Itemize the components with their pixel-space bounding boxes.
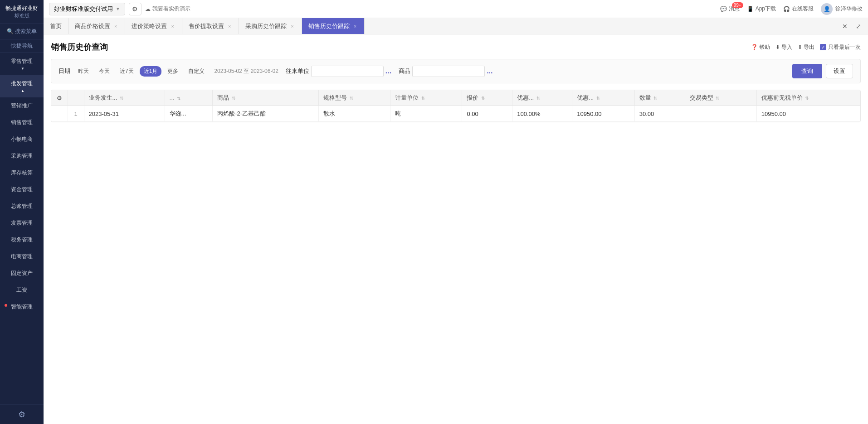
table-body: 1 2023-05-31 华迩... 丙烯酸-2-乙基己酯 散水 吨 0.00 … <box>51 106 860 122</box>
sidebar-item-finance[interactable]: 资金管理 <box>0 181 44 198</box>
settings-filter-button[interactable]: 设置 <box>826 64 853 78</box>
col-discount-amt[interactable]: 优惠... ⇅ <box>572 90 634 106</box>
sort-icon-pre-tax-price: ⇅ <box>805 96 809 101</box>
sort-icon-price: ⇅ <box>481 96 485 101</box>
module-settings-button[interactable]: ⚙ <box>129 3 141 15</box>
sidebar-settings-icon[interactable]: ⚙ <box>0 405 44 424</box>
supplier-filter-label: 往来单位 <box>286 67 309 75</box>
module-selector[interactable]: 好业财标准版交付试用 ▼ <box>49 3 125 15</box>
tab-close-purchase-strategy[interactable]: × <box>170 23 175 29</box>
settings-icon: ⚙ <box>132 5 138 13</box>
sort-icon-spec: ⇅ <box>350 96 353 101</box>
tab-close-price[interactable]: × <box>113 23 118 29</box>
tab-sale-extract[interactable]: 售价提取设置 × <box>182 18 239 34</box>
sidebar-item-sales[interactable]: 销售管理 <box>0 114 44 131</box>
row-col3: 华迩... <box>165 106 213 122</box>
import-button[interactable]: ⬇ 导入 <box>775 43 792 51</box>
app-logo: 畅捷通好业财 标准版 <box>0 0 44 24</box>
filter-actions: 查询 设置 <box>792 64 853 78</box>
tab-close-sale-extract[interactable]: × <box>227 23 232 29</box>
messages-button[interactable]: 💬 消息 99+ <box>720 5 740 13</box>
sidebar-item-tax[interactable]: 税务管理 <box>0 231 44 248</box>
user-name: 徐泽华修改 <box>835 5 863 13</box>
date-filter-label: 日期 <box>59 67 70 75</box>
sidebar-item-fixed-assets[interactable]: 固定资产 <box>0 265 44 282</box>
col-qty[interactable]: 数量 ⇅ <box>634 90 685 106</box>
headset-icon: 🎧 <box>783 6 790 12</box>
sidebar-item-ecommerce[interactable]: 电商管理 <box>0 248 44 265</box>
tab-purchase-strategy[interactable]: 进价策略设置 × <box>125 18 182 34</box>
query-button[interactable]: 查询 <box>792 64 822 78</box>
sidebar-search[interactable]: 🔍 搜索菜单 <box>0 24 44 39</box>
topbar-left: 好业财标准版交付试用 ▼ ⚙ ☁ 我要看实例演示 <box>49 3 190 15</box>
product-input[interactable] <box>412 66 485 77</box>
online-service-button[interactable]: 🎧 在线客服 <box>783 5 814 13</box>
col-col3[interactable]: ... ⇅ <box>165 90 213 106</box>
sidebar-item-invoice[interactable]: 发票管理 <box>0 215 44 231</box>
tab-expand-button[interactable]: ⤢ <box>853 20 864 32</box>
sidebar-item-smart[interactable]: 智能管理 <box>0 299 44 315</box>
col-product[interactable]: 商品 ⇅ <box>213 90 319 106</box>
date-buttons: 昨天 今天 近7天 近1月 更多 自定义 <box>74 66 209 77</box>
supplier-filter-group: 往来单位 ... <box>286 66 391 77</box>
import-icon: ⬇ <box>775 44 780 50</box>
sort-icon-tx-type: ⇅ <box>716 96 719 101</box>
col-date[interactable]: 业务发生... ⇅ <box>84 90 165 106</box>
tab-purchase-history[interactable]: 采购历史价跟踪 × <box>239 18 302 34</box>
date-btn-last7[interactable]: 近7天 <box>116 66 138 77</box>
sidebar-item-payroll[interactable]: 工资 <box>0 282 44 299</box>
page-actions: ❓ 帮助 ⬇ 导入 ⬆ 导出 ✓ 只看最后一次 <box>751 43 861 51</box>
date-btn-last1m[interactable]: 近1月 <box>140 66 162 77</box>
supplier-input[interactable] <box>311 66 384 77</box>
col-pre-tax-price[interactable]: 优惠前无税单价 ⇅ <box>756 90 860 106</box>
table-container: ⚙ 业务发生... ⇅ ... ⇅ 商品 ⇅ <box>51 90 861 122</box>
tab-price[interactable]: 商品价格设置 × <box>68 18 125 34</box>
module-name: 好业财标准版交付试用 <box>54 5 113 13</box>
row-date: 2023-05-31 <box>84 106 165 122</box>
table-row[interactable]: 1 2023-05-31 华迩... 丙烯酸-2-乙基己酯 散水 吨 0.00 … <box>51 106 860 122</box>
sidebar-item-marketing[interactable]: 营销推广 <box>0 97 44 114</box>
filter-bar: 日期 昨天 今天 近7天 近1月 更多 自定义 2023-05-02 至 202… <box>51 59 861 83</box>
tab-close-purchase-history[interactable]: × <box>289 23 295 29</box>
sidebar-item-inventory[interactable]: 库存核算 <box>0 164 44 181</box>
sidebar-item-wholesale[interactable]: 批发管理 <box>0 75 44 97</box>
sidebar-quick-nav[interactable]: 快捷导航 <box>0 39 44 53</box>
sort-icon-date: ⇅ <box>120 96 123 101</box>
supplier-more-button[interactable]: ... <box>385 67 391 75</box>
col-price[interactable]: 报价 ⇅ <box>462 90 512 106</box>
row-gear <box>51 106 68 122</box>
data-table: ⚙ 业务发生... ⇅ ... ⇅ 商品 ⇅ <box>51 90 860 122</box>
search-icon: 🔍 <box>7 28 14 34</box>
export-button[interactable]: ⬆ 导出 <box>798 43 814 51</box>
date-btn-today[interactable]: 今天 <box>95 66 114 77</box>
tab-home[interactable]: 首页 <box>44 18 68 34</box>
page-header: 销售历史价查询 ❓ 帮助 ⬇ 导入 ⬆ 导出 ✓ 只看最后一次 <box>51 42 861 53</box>
date-btn-custom[interactable]: 自定义 <box>184 66 209 77</box>
message-badge: 99+ <box>732 2 743 8</box>
product-more-button[interactable]: ... <box>487 67 493 75</box>
tab-close-sales-history[interactable]: × <box>352 23 358 29</box>
col-tx-type[interactable]: 交易类型 ⇅ <box>685 90 756 106</box>
col-gear[interactable]: ⚙ <box>51 90 68 106</box>
date-btn-more[interactable]: 更多 <box>163 66 182 77</box>
sidebar-item-ecommerce-small[interactable]: 小畅电商 <box>0 131 44 148</box>
tab-close-all-button[interactable]: ✕ <box>839 20 851 32</box>
col-discount-pct[interactable]: 优惠... ⇅ <box>512 90 572 106</box>
col-spec[interactable]: 规格型号 ⇅ <box>318 90 390 106</box>
app-download-button[interactable]: 📱 App下载 <box>747 5 776 13</box>
demo-link[interactable]: ☁ 我要看实例演示 <box>145 5 190 13</box>
row-pre-tax-price: 10950.00 <box>756 106 860 122</box>
date-filter-group: 日期 昨天 今天 近7天 近1月 更多 自定义 2023-05-02 至 202… <box>59 66 278 77</box>
help-button[interactable]: ❓ 帮助 <box>751 43 770 51</box>
sort-icon-qty: ⇅ <box>653 96 657 101</box>
date-btn-yesterday[interactable]: 昨天 <box>74 66 93 77</box>
sidebar-item-accounting[interactable]: 总账管理 <box>0 198 44 215</box>
sidebar-item-purchase[interactable]: 采购管理 <box>0 148 44 164</box>
row-unit: 吨 <box>390 106 462 122</box>
only-last-checkbox[interactable]: ✓ 只看最后一次 <box>820 43 861 51</box>
user-info[interactable]: 👤 徐泽华修改 <box>821 3 863 15</box>
sidebar-item-retail[interactable]: 零售管理 <box>0 53 44 75</box>
question-icon: ❓ <box>751 44 758 50</box>
col-unit[interactable]: 计量单位 ⇅ <box>390 90 462 106</box>
tab-sales-history[interactable]: 销售历史价跟踪 × <box>302 18 365 34</box>
